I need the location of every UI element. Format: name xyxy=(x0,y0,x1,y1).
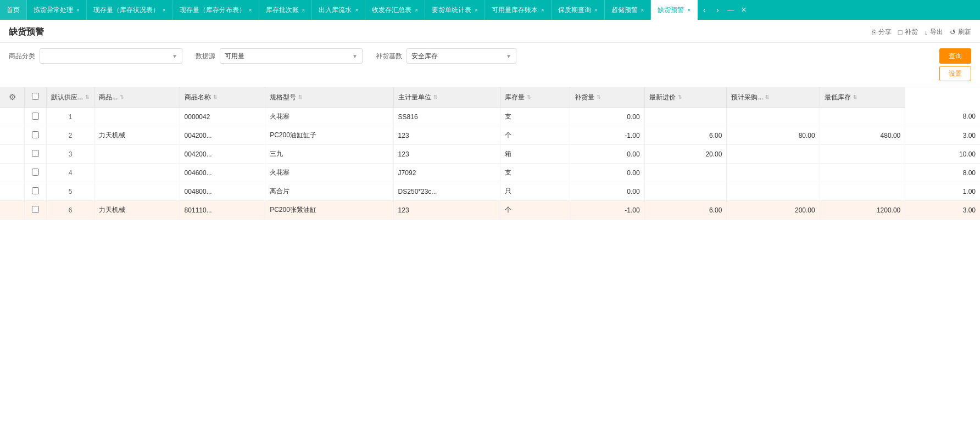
tab-shortage[interactable]: 缺货预警 × xyxy=(651,0,698,20)
tab-inventory-status[interactable]: 现存量（库存状况表） × xyxy=(87,0,173,20)
tab-expiry[interactable]: 保质期查询 × xyxy=(552,0,605,20)
table-body: 1 0000042 火花塞 SS816 支 0.00 8.00 2 力天机械 0… xyxy=(0,108,980,220)
row-num-cell-4: 5 xyxy=(47,182,94,201)
th-replenish-qty-sortable[interactable]: 补货量 ⇅ xyxy=(575,87,640,107)
tab-available-ledger[interactable]: 可用量库存账本 × xyxy=(485,0,552,20)
query-button[interactable]: 查询 xyxy=(939,48,971,64)
row-supplier-cell-4 xyxy=(94,182,180,201)
datasource-select[interactable]: 可用量 ▼ xyxy=(220,48,363,64)
row-name-cell-2: 三九 xyxy=(265,145,393,164)
row-spec-cell-3: J7092 xyxy=(393,164,500,182)
tab-batch-account[interactable]: 库存批次账 × xyxy=(259,0,313,20)
tab-abnormal[interactable]: 拣货异常处理 × xyxy=(27,0,87,20)
th-est-purchase: 预计采购... ⇅ xyxy=(727,87,820,108)
tab-inout-flow-close[interactable]: × xyxy=(355,7,358,13)
tab-demand-stat-close[interactable]: × xyxy=(475,7,478,13)
row-supplier-cell-1: 力天机械 xyxy=(94,126,180,145)
row-code-cell-1: 004200... xyxy=(180,126,265,145)
tab-shortage-close[interactable]: × xyxy=(687,7,691,13)
table-row: 1 0000042 火花塞 SS816 支 0.00 8.00 xyxy=(0,108,980,126)
row-name-cell-4: 离合片 xyxy=(265,182,393,201)
row-checkbox-5[interactable] xyxy=(32,206,39,213)
datasource-select-value: 可用量 xyxy=(225,52,244,61)
row-checkbox-3[interactable] xyxy=(32,169,39,176)
sort-spec-icon: ⇅ xyxy=(298,94,303,100)
tab-collection[interactable]: 收发存汇总表 × xyxy=(365,0,425,20)
row-stock-cell-2: 0.00 xyxy=(570,145,644,164)
settings-button[interactable]: 设置 xyxy=(939,66,971,81)
row-checkbox-0[interactable] xyxy=(32,113,39,120)
th-product-code-sortable[interactable]: 商品... ⇅ xyxy=(99,87,175,107)
tab-expiry-close[interactable]: × xyxy=(594,7,598,13)
column-settings-button[interactable]: ⚙ xyxy=(4,89,20,105)
replenish-basis-select[interactable]: 安全库存 ▼ xyxy=(407,48,516,64)
tab-nav-prev[interactable]: ‹ xyxy=(698,0,711,20)
tab-nav-next[interactable]: › xyxy=(711,0,724,20)
th-default-supplier-sortable[interactable]: 默认供应... ⇅ xyxy=(51,87,90,107)
row-supplier-cell-2 xyxy=(94,145,180,164)
row-unit-cell-2: 箱 xyxy=(500,145,570,164)
row-spec-cell-0: SS816 xyxy=(393,108,500,126)
tab-bar: 首页 拣货异常处理 × 现存量（库存状况表） × 现存量（库存分布表） × 库存… xyxy=(0,0,980,20)
row-settings-cell-3 xyxy=(0,164,25,182)
replenish-button[interactable]: □ 补货 xyxy=(898,27,918,37)
row-replenish-qty-cell-5: 6.00 xyxy=(644,201,727,220)
th-spec-sortable[interactable]: 规格型号 ⇅ xyxy=(270,87,388,107)
th-min-stock-sortable[interactable]: 最低库存 ⇅ xyxy=(825,87,901,107)
th-latest-price-sortable[interactable]: 最新进价 ⇅ xyxy=(649,87,722,107)
share-button[interactable]: ⎘ 分享 xyxy=(872,27,892,37)
sort-unit-icon: ⇅ xyxy=(433,94,438,100)
tab-inventory-dist-label: 现存量（库存分布表） xyxy=(180,5,246,15)
tab-overstock-close[interactable]: × xyxy=(641,7,644,13)
tab-inventory-status-close[interactable]: × xyxy=(163,7,166,13)
row-settings-cell-0 xyxy=(0,108,25,126)
row-unit-cell-1: 个 xyxy=(500,126,570,145)
row-checkbox-cell-4 xyxy=(25,182,47,201)
row-settings-cell-1 xyxy=(0,126,25,145)
select-all-checkbox[interactable] xyxy=(32,93,39,100)
row-est-purchase-cell-4 xyxy=(820,182,905,201)
th-product-name-sortable[interactable]: 商品名称 ⇅ xyxy=(185,87,261,107)
tab-inventory-dist[interactable]: 现存量（库存分布表） × xyxy=(173,0,259,20)
tab-abnormal-close[interactable]: × xyxy=(76,7,80,13)
replenish-basis-chevron-icon: ▼ xyxy=(506,53,511,59)
tab-available-ledger-close[interactable]: × xyxy=(541,7,544,13)
tab-collection-label: 收发存汇总表 xyxy=(372,5,411,15)
tab-close-btn[interactable]: × xyxy=(737,0,750,20)
th-unit-sortable[interactable]: 主计量单位 ⇅ xyxy=(398,87,496,107)
tab-collection-close[interactable]: × xyxy=(415,7,418,13)
row-code-cell-3: 004600... xyxy=(180,164,265,182)
tab-minimize-btn[interactable]: — xyxy=(724,0,737,20)
row-stock-cell-1: -1.00 xyxy=(570,126,644,145)
table-row: 2 力天机械 004200... PC200油缸缸子 123 个 -1.00 6… xyxy=(0,126,980,145)
sort-stock-icon: ⇅ xyxy=(527,94,531,100)
tab-batch-account-close[interactable]: × xyxy=(302,7,305,13)
data-table: ⚙ 默认供应... ⇅ 商品... ⇅ xyxy=(0,87,980,220)
replenish-icon: □ xyxy=(898,28,903,36)
tab-demand-stat-label: 要货单统计表 xyxy=(432,5,471,15)
th-est-purchase-sortable[interactable]: 预计采购... ⇅ xyxy=(731,87,815,107)
tab-overstock[interactable]: 超储预警 × xyxy=(605,0,652,20)
row-checkbox-cell-3 xyxy=(25,164,47,182)
row-spec-cell-4: DS250*23c... xyxy=(393,182,500,201)
row-checkbox-4[interactable] xyxy=(32,187,39,194)
row-checkbox-2[interactable] xyxy=(32,150,39,157)
refresh-button[interactable]: ↺ 刷新 xyxy=(950,27,971,37)
row-unit-cell-3: 支 xyxy=(500,164,570,182)
row-min-stock-cell-5: 3.00 xyxy=(905,201,980,220)
row-replenish-qty-cell-1: 6.00 xyxy=(644,126,727,145)
filter-actions: 查询 设置 xyxy=(939,48,971,81)
export-button[interactable]: ↓ 导出 xyxy=(925,27,944,37)
row-replenish-qty-cell-2: 20.00 xyxy=(644,145,727,164)
row-stock-cell-3: 0.00 xyxy=(570,164,644,182)
tab-inout-flow[interactable]: 出入库流水 × xyxy=(312,0,365,20)
th-stock-sortable[interactable]: 库存量 ⇅ xyxy=(505,87,565,107)
tab-demand-stat[interactable]: 要货单统计表 × xyxy=(425,0,485,20)
tab-home[interactable]: 首页 xyxy=(0,0,27,20)
tab-inventory-dist-close[interactable]: × xyxy=(249,7,252,13)
row-name-cell-5: PC200张紧油缸 xyxy=(265,201,393,220)
table-row: 5 004800... 离合片 DS250*23c... 只 0.00 1.00 xyxy=(0,182,980,201)
row-checkbox-1[interactable] xyxy=(32,131,39,138)
category-select[interactable]: ▼ xyxy=(40,48,182,64)
tab-inout-flow-label: 出入库流水 xyxy=(319,5,352,15)
